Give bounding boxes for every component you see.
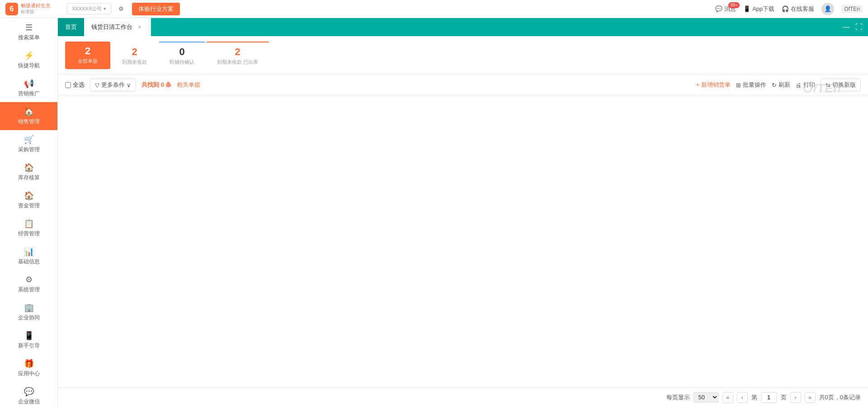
first-page-button[interactable]: «	[722, 392, 733, 403]
result-number: 0	[161, 81, 164, 88]
sidebar-label-quick-nav: 快捷导航	[18, 62, 40, 70]
sidebar-label-purchase: 采购管理	[18, 146, 40, 154]
pagination-bar: 每页显示 50 20 100 « ‹ 第 页 › » 共0页，0条记录	[58, 387, 868, 407]
switch-label: 切换新版	[832, 81, 856, 89]
print-label: 打印	[803, 81, 815, 89]
online-service-button[interactable]: 🎧 在线客服	[782, 5, 814, 13]
sidebar-item-purchase[interactable]: 🛒 采购管理	[0, 130, 57, 158]
avatar[interactable]: 👤	[821, 3, 834, 15]
sidebar-item-wechat[interactable]: 💬 企业微信	[0, 382, 57, 407]
tab-active-label: 钱货日清工作台	[91, 23, 132, 31]
print-icon: 🖨	[796, 82, 802, 89]
stat-num-overdue-shipped: 2	[235, 46, 240, 58]
sidebar-label-sales: 销售管理	[18, 118, 40, 126]
sidebar-item-inventory[interactable]: 🏠 库存核算	[0, 158, 57, 186]
message-badge: 99+	[728, 2, 740, 8]
stat-tab-all[interactable]: 2 全部单据	[65, 42, 110, 69]
app-download-button[interactable]: 📱 App下载	[743, 5, 774, 13]
top-header: 6 畅捷通好生意 标准版 XXXXXX公司 ▾ ⚙ 体验行业方案 💬 消息 99…	[0, 0, 868, 18]
logo-name: 畅捷通好生意	[21, 3, 51, 9]
total-count: 共0页，0条记录	[819, 393, 861, 402]
chevron-down-icon: ∨	[127, 82, 131, 89]
maximize-button[interactable]: ⛶	[854, 22, 864, 33]
sidebar-item-enterprise[interactable]: 🏢 企业协同	[0, 298, 57, 326]
sidebar-label-guide: 新手引导	[18, 342, 40, 350]
sidebar-item-sales[interactable]: 🏠 销售管理	[0, 102, 57, 130]
switch-version-button[interactable]: ⇆ 切换新版	[821, 79, 861, 91]
tab-home[interactable]: 首页	[58, 18, 84, 36]
online-service-label: 在线客服	[791, 5, 814, 13]
sidebar-item-guide[interactable]: 📱 新手引导	[0, 326, 57, 354]
select-all-input[interactable]	[65, 82, 71, 88]
stat-label-all: 全部单据	[78, 58, 98, 65]
sidebar-item-quick-nav[interactable]: ⚡ 快捷导航	[0, 46, 57, 74]
stat-num-overdue: 2	[132, 46, 137, 58]
per-page-select[interactable]: 50 20 100	[693, 392, 719, 402]
message-icon: 💬	[715, 5, 722, 12]
next-page-button[interactable]: ›	[790, 392, 801, 403]
tab-spacer	[151, 18, 837, 36]
tab-close-button[interactable]: ×	[136, 23, 143, 31]
page-prefix: 第	[751, 393, 757, 402]
experience-button[interactable]: 体验行业方案	[132, 3, 180, 15]
sidebar-item-basic-info[interactable]: 📊 基础信息	[0, 242, 57, 270]
sidebar-label-finance: 资金管理	[18, 202, 40, 210]
sidebar-label-search-menu: 搜索菜单	[18, 34, 40, 42]
page-content: 2 全部单据 2 到期未收款 0 旺辅待确认 2 到期未收款 已出库	[58, 36, 868, 407]
refresh-button[interactable]: ↻ 刷新	[772, 81, 790, 89]
sidebar-label-operation: 经营管理	[18, 230, 40, 238]
logo-area: 6 畅捷通好生意 标准版	[5, 3, 63, 15]
settings-button[interactable]: ⚙	[115, 3, 127, 15]
sidebar-item-marketing[interactable]: 📢 营销推广	[0, 74, 57, 102]
tab-active[interactable]: 钱货日清工作台 ×	[84, 18, 151, 36]
page-number-input[interactable]	[761, 392, 777, 403]
stat-tab-wangwang[interactable]: 0 旺辅待确认	[159, 42, 205, 69]
stat-label-overdue-shipped: 到期未收款 已出库	[217, 59, 258, 65]
sidebar-item-operation[interactable]: 📋 经营管理	[0, 214, 57, 242]
user-icon: 👤	[824, 5, 831, 12]
guide-icon: 📱	[24, 331, 34, 341]
stat-label-overdue: 到期未收款	[122, 59, 147, 65]
basic-info-icon: 📊	[24, 247, 34, 257]
avatar-name[interactable]: OfTEn	[841, 5, 863, 13]
message-button[interactable]: 💬 消息 99+	[715, 5, 736, 13]
select-all-checkbox[interactable]: 全选	[65, 81, 85, 89]
purchase-icon: 🛒	[24, 135, 34, 145]
company-selector[interactable]: XXXXXX公司 ▾	[67, 3, 111, 14]
sidebar-item-app-center[interactable]: 🎁 应用中心	[0, 354, 57, 382]
filter-button[interactable]: ▽ 更多条件 ∨	[90, 79, 136, 91]
stat-num-wangwang: 0	[179, 46, 184, 58]
system-icon: ⚙	[25, 275, 33, 285]
phone-icon: 📱	[743, 5, 750, 12]
result-count: 共找到 0 条	[142, 81, 171, 89]
logo-icon: 6	[5, 3, 18, 15]
batch-operation-button[interactable]: ⊞ 批量操作	[736, 81, 766, 89]
stat-tab-overdue-shipped[interactable]: 2 到期未收款 已出库	[206, 42, 269, 69]
toolbar-right: + 新增销货单 ⊞ 批量操作 ↻ 刷新 🖨 打印 ⇆	[696, 79, 861, 91]
sidebar-item-finance[interactable]: 🏠 资金管理	[0, 186, 57, 214]
tab-bar: 首页 钱货日清工作台 × — ⛶	[58, 18, 868, 36]
sidebar-label-wechat: 企业微信	[18, 398, 40, 406]
minimize-button[interactable]: —	[841, 22, 852, 33]
inventory-icon: 🏠	[24, 163, 34, 173]
sidebar-item-search-menu[interactable]: ☰ 搜索菜单	[0, 18, 57, 46]
sidebar-label-basic-info: 基础信息	[18, 258, 40, 266]
add-sales-order-button[interactable]: + 新增销货单	[696, 81, 731, 89]
related-orders-button[interactable]: 相关单据	[177, 81, 200, 89]
marketing-icon: 📢	[24, 79, 34, 89]
app-center-icon: 🎁	[24, 359, 34, 369]
sidebar: ☰ 搜索菜单 ⚡ 快捷导航 📢 营销推广 🏠 销售管理 🛒 采购管理 🏠 库存核…	[0, 18, 58, 407]
last-page-button[interactable]: »	[805, 392, 816, 403]
filter-icon: ▽	[95, 82, 99, 89]
stats-bar: 2 全部单据 2 到期未收款 0 旺辅待确认 2 到期未收款 已出库	[58, 36, 868, 75]
stat-tab-overdue[interactable]: 2 到期未收款	[111, 42, 158, 69]
app-download-label: App下载	[752, 5, 774, 13]
sidebar-item-system[interactable]: ⚙ 系统管理	[0, 270, 57, 298]
gear-icon: ⚙	[118, 5, 124, 12]
prev-page-button[interactable]: ‹	[737, 392, 748, 403]
select-all-label: 全选	[73, 81, 85, 89]
print-button[interactable]: 🖨 打印	[796, 81, 815, 89]
batch-label: 批量操作	[743, 81, 766, 89]
filter-label: 更多条件	[101, 81, 125, 89]
batch-icon: ⊞	[736, 82, 741, 89]
